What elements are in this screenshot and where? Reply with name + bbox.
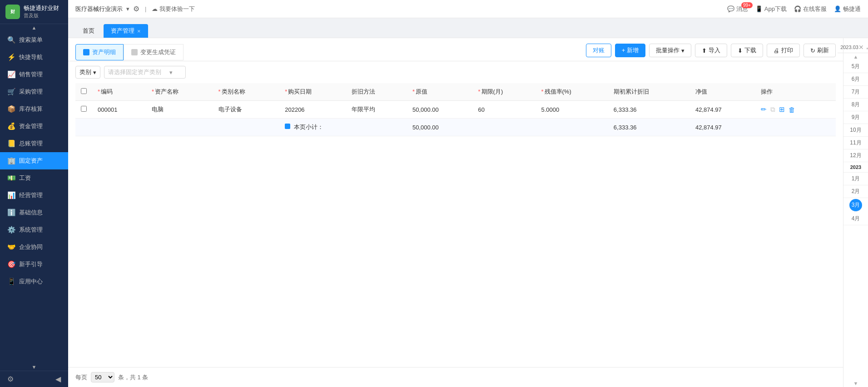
th-name: *资产名称 — [146, 83, 213, 101]
th-checkbox — [75, 83, 92, 101]
month-12[interactable]: 12月 — [843, 149, 868, 162]
sidebar-item-fixed-assets[interactable]: 🏢 固定资产 — [0, 152, 68, 169]
panel-close-icon[interactable]: ✕ — [858, 44, 864, 51]
per-page-select[interactable]: 50 20 100 — [91, 372, 114, 382]
sidebar-item-basic-info[interactable]: ℹ️ 基础信息 — [0, 204, 68, 221]
company-dropdown[interactable]: ▾ — [126, 5, 129, 12]
sidebar-item-quick-nav[interactable]: ⚡ 快捷导航 — [0, 49, 68, 66]
edit-icon[interactable]: ✏ — [761, 105, 767, 114]
refresh-btn[interactable]: ↻ 刷新 — [804, 44, 836, 57]
td-subtotal-empty-3 — [146, 119, 213, 136]
sidebar-item-ledger[interactable]: 📒 总账管理 — [0, 135, 68, 152]
gear-icon[interactable]: ⚙ — [133, 5, 139, 13]
category-filter-select[interactable]: 类别 ▾ — [75, 66, 100, 79]
cloud-icon: ☁ — [152, 5, 158, 12]
sidebar-item-payroll[interactable]: 💵 工资 — [0, 169, 68, 187]
download-btn[interactable]: ⬇ 下载 — [731, 44, 763, 57]
subtab-change-voucher[interactable]: 变更生成凭证 — [124, 44, 184, 60]
fixed-assets-icon: 🏢 — [7, 157, 15, 165]
tab-home[interactable]: 首页 — [75, 24, 102, 38]
panel-expand-icon[interactable]: ⤢ — [866, 44, 868, 51]
month-7[interactable]: 7月 — [843, 86, 868, 99]
experience-label: 我要体验一下 — [159, 5, 195, 13]
capital-icon: 💰 — [7, 122, 15, 130]
filter-toolbar: 类别 ▾ 请选择固定资产类别 ▾ — [68, 61, 843, 83]
import-btn[interactable]: ⬆ 导入 — [695, 44, 727, 57]
th-purchase-date: *购买日期 — [279, 83, 346, 101]
month-6[interactable]: 6月 — [843, 73, 868, 86]
sidebar-item-capital[interactable]: 💰 资金管理 — [0, 118, 68, 135]
td-checkbox[interactable] — [75, 101, 92, 119]
month-9[interactable]: 9月 — [843, 111, 868, 124]
messages-btn[interactable]: 💬 消息 99+ — [727, 5, 748, 13]
panel-scroll-down[interactable]: ▼ — [853, 380, 859, 387]
sidebar-item-app-center[interactable]: 📱 应用中心 — [0, 273, 68, 290]
app-download-btn[interactable]: 📱 App下载 — [755, 5, 787, 13]
sidebar-scroll-down[interactable]: ▼ — [0, 363, 68, 371]
subtotal-label: 本页小计： — [294, 124, 323, 130]
assets-table: *编码 *资产名称 *类别名称 *购买日期 折旧方法 *原值 *期限(月) *残… — [75, 83, 836, 136]
month-1[interactable]: 1月 — [843, 173, 868, 185]
month-3-active[interactable]: 3月 — [849, 199, 862, 212]
sidebar-item-system[interactable]: ⚙️ 系统管理 — [0, 221, 68, 238]
th-net-value: 净值 — [690, 83, 755, 101]
sidebar-item-inventory[interactable]: 📦 库存核算 — [0, 100, 68, 118]
sidebar-item-management[interactable]: 📊 经营管理 — [0, 187, 68, 204]
basic-info-icon: ℹ️ — [7, 208, 15, 217]
copy-icon[interactable]: ⧉ — [770, 105, 775, 114]
sidebar-item-enterprise[interactable]: 🤝 企业协同 — [0, 238, 68, 256]
filter-left: 类别 ▾ 请选择固定资产类别 ▾ — [75, 66, 186, 79]
download-icon: ⬇ — [738, 47, 743, 54]
month-10[interactable]: 10月 — [843, 124, 868, 137]
sidebar-item-label: 采购管理 — [19, 88, 43, 96]
sidebar-scroll-up[interactable]: ▲ — [0, 24, 68, 31]
print-btn[interactable]: 🖨 打印 — [767, 44, 800, 57]
month-5[interactable]: 5月 — [843, 60, 868, 73]
row-checkbox[interactable] — [81, 106, 87, 112]
td-accumulated-depreciation: 6,333.36 — [608, 101, 690, 119]
customer-service-btn[interactable]: 🎧 在线客服 — [794, 5, 827, 13]
experience-btn[interactable]: ☁ 我要体验一下 — [152, 5, 195, 13]
search-icon: 🔍 — [7, 36, 15, 44]
tab-asset-management[interactable]: 资产管理 × — [104, 24, 148, 38]
account-btn[interactable]: 对账 — [586, 44, 611, 57]
sidebar-item-guide[interactable]: 🎯 新手引导 — [0, 256, 68, 273]
sidebar-item-purchase[interactable]: 🛒 采购管理 — [0, 83, 68, 100]
month-2[interactable]: 2月 — [843, 185, 868, 198]
td-subtotal-empty-4 — [213, 119, 280, 136]
month-11[interactable]: 11月 — [843, 137, 868, 149]
settings-icon[interactable]: ⚙ — [7, 375, 14, 383]
month-4[interactable]: 4月 — [843, 213, 868, 225]
transfer-icon[interactable]: ⊞ — [779, 105, 785, 114]
th-action: 操作 — [755, 83, 836, 101]
tab-close-icon[interactable]: × — [137, 28, 141, 35]
sidebar-item-label: 基础信息 — [19, 208, 43, 217]
quick-nav-icon: ⚡ — [7, 53, 15, 61]
sidebar-item-sales[interactable]: 📈 销售管理 — [0, 66, 68, 83]
th-category: *类别名称 — [213, 83, 280, 101]
subtab-asset-detail[interactable]: 资产明细 — [75, 44, 124, 60]
category-filter-input[interactable]: 请选择固定资产类别 ▾ — [104, 66, 186, 79]
download-icon: 📱 — [755, 5, 763, 12]
td-subtotal-original: 50,000.00 — [407, 119, 472, 136]
collapse-icon[interactable]: ◀ — [55, 375, 61, 383]
logo-icon: 财 — [5, 5, 20, 19]
user-icon: 👤 — [834, 5, 841, 12]
user-btn[interactable]: 👤 畅捷通 — [834, 5, 861, 13]
sidebar-bottom: ⚙ ◀ — [0, 371, 68, 387]
new-btn[interactable]: + 新增 — [615, 44, 645, 57]
topbar: 医疗器械行业演示 ▾ ⚙ | ☁ 我要体验一下 💬 消息 99+ 📱 App下载 — [68, 0, 868, 18]
panel-scroll-up[interactable]: ▲ — [853, 53, 859, 60]
select-all-checkbox[interactable] — [81, 88, 87, 94]
td-name: 电脑 — [146, 101, 213, 119]
delete-icon[interactable]: 🗑 — [789, 106, 795, 114]
td-subtotal-empty-5 — [472, 119, 536, 136]
year-2023-label: 2023 — [843, 162, 868, 173]
chevron-down-icon: ▾ — [126, 5, 129, 12]
td-net-value: 42,874.97 — [690, 101, 755, 119]
filter-label: 类别 — [79, 68, 91, 76]
month-8[interactable]: 8月 — [843, 99, 868, 111]
sidebar-item-search[interactable]: 🔍 搜索菜单 — [0, 31, 68, 49]
batch-btn[interactable]: 批量操作 ▾ — [649, 44, 691, 57]
refresh-icon: ↻ — [810, 47, 815, 54]
